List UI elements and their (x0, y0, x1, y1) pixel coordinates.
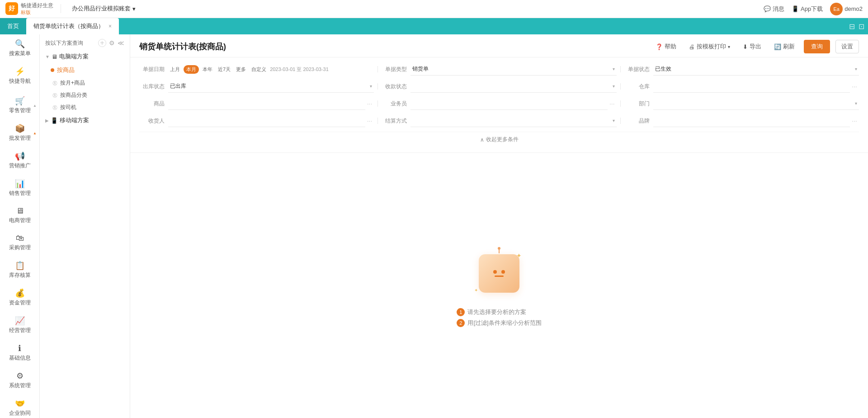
tab-active[interactable]: 销货单统计计表（按商品） × (26, 18, 119, 34)
receiver-input[interactable] (168, 114, 365, 127)
sidebar-item-marketing[interactable]: 📢 营销推广 (0, 147, 39, 174)
wholesale-icon: 📦 (15, 124, 25, 133)
sidebar-item-sales[interactable]: 📊 销售管理 (0, 174, 39, 202)
left-panel-header: 按以下方案查询 + ⚙ ≪ (40, 34, 130, 50)
query-btn[interactable]: 查询 (804, 40, 830, 53)
goods-input[interactable] (168, 97, 365, 110)
doc-status-label: 单据状态 (624, 66, 650, 73)
out-status-label: 出库状态 (139, 83, 165, 90)
app-download-btn[interactable]: 📱 App下载 (792, 5, 823, 13)
payment-select[interactable]: ▾ (410, 114, 616, 127)
divider-v3 (377, 83, 378, 90)
sidebar-item-wholesale[interactable]: 📦 批发管理 ▲ (0, 119, 39, 147)
basic-info-icon: ℹ (18, 343, 21, 353)
staff-input[interactable] (410, 97, 608, 110)
tree-parent-desktop[interactable]: ▼ 🖥 电脑端方案 (40, 50, 130, 63)
topbar-right: 💬 消息 📱 App下载 Ea demo2 (764, 3, 863, 15)
collect-status-select[interactable]: ▾ (410, 80, 616, 93)
sidebar-item-quick-nav[interactable]: ⚡ 快捷导航 (0, 62, 39, 90)
goods-dots[interactable]: ··· (365, 100, 374, 107)
export-btn[interactable]: ⬇ 导出 (739, 41, 765, 52)
sidebar-item-inventory[interactable]: 📋 库存核算 (0, 256, 39, 284)
doc-status-select[interactable]: 已生效 ▾ (653, 63, 859, 76)
filter-warehouse: 仓库 ··· (624, 80, 859, 93)
system-icon: ⚙ (16, 371, 24, 381)
help-btn[interactable]: ❓ 帮助 (652, 41, 680, 52)
page-title: 销货单统计计表(按商品) (139, 41, 226, 52)
expand-btn[interactable]: ⊡ (859, 22, 864, 31)
dept-select[interactable]: ▾ (653, 97, 859, 110)
user-menu[interactable]: Ea demo2 (830, 3, 863, 15)
dept-caret: ▾ (855, 101, 857, 106)
sidebar-item-ecommerce[interactable]: 🖥 电商管理 (0, 202, 39, 229)
tree-parent-mobile[interactable]: ▶ 📱 移动端方案 (40, 114, 130, 127)
out-status-select[interactable]: 已出库 ▾ (168, 80, 374, 93)
filter-date: 单据日期 上月 本月 本年 近7天 更多 自定义 20 (139, 65, 374, 74)
empty-box (479, 254, 519, 293)
logo-text: 畅捷通好生意 标版 (21, 2, 53, 16)
filter-out-status: 出库状态 已出库 ▾ (139, 80, 374, 93)
sidebar-item-system[interactable]: ⚙ 系统管理 (0, 366, 39, 394)
minimize-btn[interactable]: ⊟ (849, 22, 855, 31)
sidebar-item-enterprise[interactable]: 🤝 企业协同 (0, 394, 39, 418)
receiver-dots[interactable]: ··· (365, 117, 374, 124)
refresh-btn[interactable]: 🔄 刷新 (770, 41, 798, 52)
sidebar-item-basic-info[interactable]: ℹ 基础信息 (0, 339, 39, 366)
doc-type-label: 单据类型 (382, 66, 407, 73)
empty-illustration: ✦ ✦ (470, 244, 528, 303)
tree-item-month-goods[interactable]: ㊄ 按月+商品 (43, 77, 130, 89)
sidebar-item-operations[interactable]: 📈 经营管理 (0, 311, 39, 339)
warehouse-input[interactable] (653, 80, 850, 93)
sparkle-icon: ✦ (516, 252, 522, 259)
date-more-btn[interactable]: 更多 (234, 65, 248, 74)
filter-row-3: 商品 ··· 业务员 ··· (139, 97, 859, 110)
empty-icon-container: ✦ ✦ (479, 254, 519, 293)
date-quick-buttons: 上月 本月 本年 近7天 更多 自定义 (168, 65, 268, 74)
warehouse-dots[interactable]: ··· (850, 83, 859, 90)
sidebar-item-search[interactable]: 🔍 搜索菜单 (0, 34, 39, 62)
dept-label: 部门 (624, 100, 650, 108)
brand-dots[interactable]: ··· (850, 117, 859, 124)
tree-arrow-desktop: ▼ (45, 54, 50, 59)
tree-item-by-goods[interactable]: 按商品 (43, 63, 130, 77)
staff-control: ··· (410, 97, 616, 110)
divider-v2 (620, 66, 621, 72)
tabbar: 首页 销货单统计计表（按商品） × ⊟ ⊡ (0, 18, 868, 34)
step2-num: 2 (457, 319, 465, 327)
divider-v7 (377, 118, 378, 124)
app-selector[interactable]: 办公用品行业模拟账套 ▾ (68, 3, 139, 14)
date-current-month-btn[interactable]: 本月 (184, 65, 199, 74)
tab-close-icon[interactable]: × (108, 23, 112, 29)
date-prev-month-btn[interactable]: 上月 (168, 65, 182, 74)
doc-type-select[interactable]: 销货单 ▾ (410, 63, 616, 76)
message-btn[interactable]: 💬 消息 (764, 5, 784, 13)
sidebar-item-finance[interactable]: 💰 资金管理 (0, 284, 39, 311)
sidebar-item-purchase[interactable]: 🛍 采购管理 (0, 229, 39, 256)
collapse-panel-btn[interactable]: ≪ (118, 39, 124, 47)
collapse-more-btn[interactable]: ∧ 收起更多条件 (139, 132, 859, 147)
tree-item-goods-category[interactable]: ㊄ 按商品分类 (43, 89, 130, 101)
settings-btn[interactable]: 设置 (835, 40, 859, 53)
date-7days-btn[interactable]: 近7天 (216, 65, 232, 74)
staff-dots[interactable]: ··· (608, 100, 617, 107)
ecommerce-icon: 🖥 (16, 206, 24, 216)
brand-input[interactable] (653, 114, 850, 127)
sidebar-item-retail[interactable]: 🛒 零售管理 ▲ (0, 91, 39, 119)
download-icon: 📱 (792, 5, 799, 12)
sub-icon3: ㊄ (52, 104, 57, 111)
purchase-icon: 🛍 (16, 233, 24, 243)
left-panel-title: 按以下方案查询 (45, 39, 83, 47)
date-range: 2023-03-01 至 2023-03-31 (270, 66, 329, 73)
print-btn[interactable]: 🖨 按模板打印 ▾ (685, 41, 734, 52)
tab-home[interactable]: 首页 (0, 18, 26, 34)
settings-scheme-btn[interactable]: ⚙ (109, 39, 115, 47)
date-year-btn[interactable]: 本年 (201, 65, 214, 74)
divider-v1 (377, 66, 378, 72)
filter-doc-type: 单据类型 销货单 ▾ (382, 63, 616, 76)
date-custom-btn[interactable]: 自定义 (250, 65, 268, 74)
tree-item-driver[interactable]: ㊄ 按司机 (43, 101, 130, 114)
add-scheme-btn[interactable]: + (98, 39, 106, 47)
mobile-icon: 📱 (51, 117, 58, 124)
empty-mouth (495, 276, 504, 277)
divider-v4 (620, 83, 621, 90)
